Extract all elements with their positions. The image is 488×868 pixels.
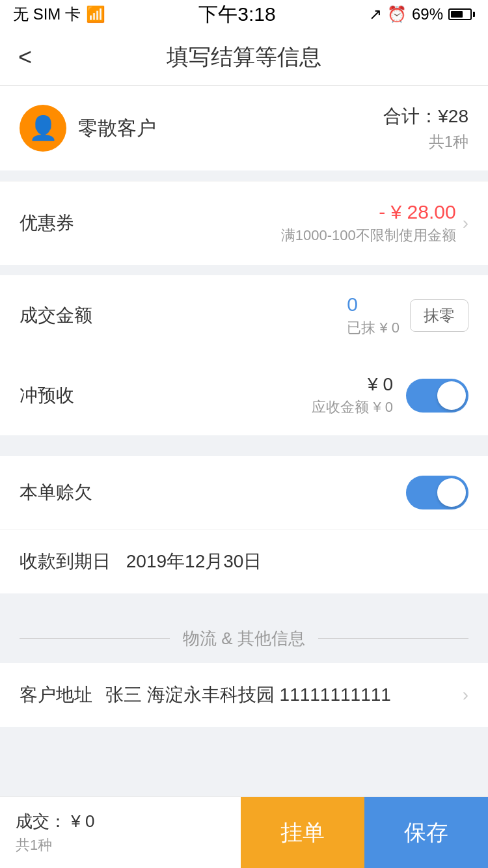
location-icon: ↗	[369, 5, 382, 23]
prepay-amounts: ¥ 0 应收金额 ¥ 0	[312, 374, 393, 417]
prepay-toggle[interactable]	[406, 379, 468, 413]
wifi-icon: 📶	[86, 5, 105, 23]
back-button[interactable]: <	[18, 44, 32, 71]
logistics-divider	[0, 604, 488, 614]
avatar: 👤	[20, 105, 66, 152]
bottom-bar: 成交： ¥ 0 共1种 挂单 保存	[0, 796, 488, 868]
battery-icon	[448, 8, 475, 20]
logistics-label: 物流 & 其他信息	[183, 627, 305, 650]
logistics-line-right	[318, 638, 468, 639]
customer-name: 零散客户	[78, 115, 156, 142]
save-button[interactable]: 保存	[364, 797, 488, 868]
coupon-label: 优惠券	[20, 211, 74, 236]
due-date-label: 收款到期日	[20, 551, 111, 571]
chevron-right-icon: ›	[463, 213, 468, 234]
bottom-deal-label: 成交： ¥ 0	[16, 810, 225, 833]
prepay-left: 冲预收	[20, 383, 74, 408]
page-title: 填写结算等信息	[167, 42, 321, 72]
prepay-receivable: 应收金额 ¥ 0	[312, 398, 393, 417]
bottom-summary: 成交： ¥ 0 共1种	[0, 797, 241, 868]
carrier-label: 无 SIM 卡	[13, 4, 81, 25]
status-right: ↗ ⏰ 69%	[369, 5, 475, 23]
prepay-label: 冲预收	[20, 385, 74, 405]
due-date-content: 收款到期日 2019年12月30日	[20, 551, 262, 571]
toggle-thumb	[437, 381, 466, 410]
transaction-label: 成交金额	[20, 303, 92, 328]
content: 👤 零散客户 合计：¥28 共1种 优惠券 - ¥ 28.00 满1000-10…	[0, 86, 488, 805]
status-left: 无 SIM 卡 📶	[13, 4, 105, 25]
amount-sub: 已抹 ¥ 0	[347, 318, 400, 338]
customer-summary: 合计：¥28 共1种	[383, 104, 468, 152]
prepay-right: ¥ 0 应收金额 ¥ 0	[312, 374, 468, 417]
customer-section: 👤 零散客户 合计：¥28 共1种	[0, 86, 488, 170]
coupon-desc: 满1000-100不限制使用金额	[281, 226, 456, 245]
nav-bar: < 填写结算等信息	[0, 29, 488, 86]
debt-section: 本单赊欠	[0, 456, 488, 529]
rounding-button[interactable]: 抹零	[410, 299, 468, 332]
address-chevron-icon: ›	[463, 685, 468, 705]
address-chevron: ›	[463, 685, 468, 705]
transaction-row: 成交金额 0 已抹 ¥ 0 抹零	[20, 275, 468, 356]
transaction-section: 成交金额 0 已抹 ¥ 0 抹零	[0, 275, 488, 356]
logistics-header: 物流 & 其他信息	[0, 614, 488, 663]
logistics-line-left	[20, 638, 170, 639]
due-date-value: 2019年12月30日	[126, 551, 262, 571]
address-label: 客户地址	[20, 683, 92, 707]
transaction-right: 0 已抹 ¥ 0 抹零	[347, 293, 468, 338]
coupon-discount: - ¥ 28.00	[281, 201, 456, 223]
prepay-row: 冲预收 ¥ 0 应收金额 ¥ 0	[0, 356, 488, 435]
coupon-section[interactable]: 优惠券 - ¥ 28.00 满1000-100不限制使用金额 ›	[0, 181, 488, 265]
separator-2	[0, 435, 488, 446]
customer-left: 👤 零散客户	[20, 105, 156, 152]
amount-value: 0	[347, 293, 400, 316]
toggle-thumb-debt	[437, 478, 466, 507]
hangup-button[interactable]: 挂单	[241, 797, 364, 868]
address-section[interactable]: 客户地址 张三 海淀永丰科技园 11111111111 ›	[0, 663, 488, 727]
debt-toggle[interactable]	[406, 476, 468, 509]
due-date-section: 收款到期日 2019年12月30日	[0, 529, 488, 593]
bottom-count-label: 共1种	[16, 835, 225, 855]
debt-label: 本单赊欠	[20, 480, 92, 505]
battery-percent: 69%	[412, 5, 443, 23]
separator-1	[0, 265, 488, 275]
coupon-right: - ¥ 28.00 满1000-100不限制使用金额 ›	[281, 201, 468, 245]
status-time: 下午3:18	[198, 1, 275, 28]
total-count: 共1种	[383, 131, 468, 152]
alarm-icon: ⏰	[387, 5, 407, 23]
address-value: 张三 海淀永丰科技园 11111111111	[105, 683, 463, 707]
prepay-amount: ¥ 0	[312, 374, 393, 395]
total-amount: 合计：¥28	[383, 104, 468, 129]
status-bar: 无 SIM 卡 📶 下午3:18 ↗ ⏰ 69%	[0, 0, 488, 29]
avatar-icon: 👤	[29, 115, 58, 142]
